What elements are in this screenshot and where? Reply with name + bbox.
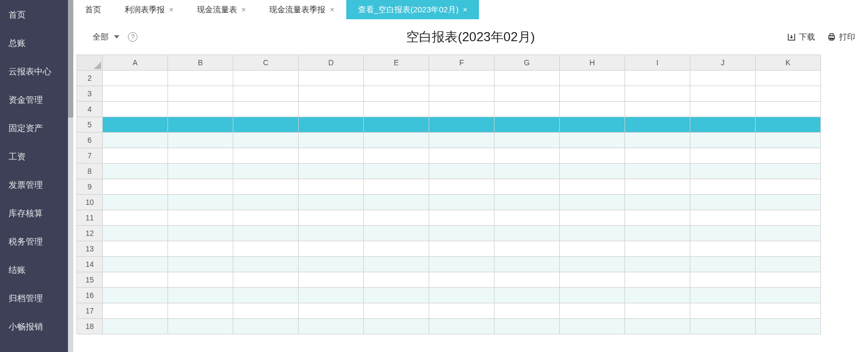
download-button[interactable]: 下载 <box>787 32 815 42</box>
cell-A5[interactable] <box>103 117 168 133</box>
cell-C14[interactable] <box>233 257 299 272</box>
column-header-B[interactable]: B <box>168 55 233 71</box>
cell-B13[interactable] <box>168 241 233 257</box>
cell-E10[interactable] <box>364 195 429 210</box>
cell-E14[interactable] <box>364 257 429 272</box>
cell-H12[interactable] <box>560 226 625 241</box>
sidebar-item-6[interactable]: 发票管理 <box>0 171 68 200</box>
sidebar-item-2[interactable]: 云报表中心 <box>0 58 68 86</box>
cell-H6[interactable] <box>560 133 625 148</box>
cell-I7[interactable] <box>625 148 690 164</box>
tab-1[interactable]: 利润表季报× <box>113 0 185 19</box>
cell-H3[interactable] <box>560 86 625 102</box>
cell-C2[interactable] <box>233 71 299 86</box>
cell-J3[interactable] <box>690 86 756 102</box>
cell-E5[interactable] <box>364 117 429 133</box>
cell-H2[interactable] <box>560 71 625 86</box>
cell-C11[interactable] <box>233 210 299 226</box>
cell-K2[interactable] <box>756 71 821 86</box>
cell-G6[interactable] <box>494 133 560 148</box>
cell-C17[interactable] <box>233 303 299 319</box>
cell-F18[interactable] <box>429 319 494 334</box>
cell-C7[interactable] <box>233 148 299 164</box>
cell-F17[interactable] <box>429 303 494 319</box>
cell-K11[interactable] <box>756 210 821 226</box>
cell-B14[interactable] <box>168 257 233 272</box>
cell-K9[interactable] <box>756 179 821 195</box>
cell-K6[interactable] <box>756 133 821 148</box>
cell-B18[interactable] <box>168 319 233 334</box>
cell-I9[interactable] <box>625 179 690 195</box>
cell-K3[interactable] <box>756 86 821 102</box>
row-header-5[interactable]: 5 <box>77 117 103 133</box>
cell-I12[interactable] <box>625 226 690 241</box>
cell-A13[interactable] <box>103 241 168 257</box>
cell-D15[interactable] <box>299 272 364 288</box>
cell-K4[interactable] <box>756 102 821 117</box>
cell-J13[interactable] <box>690 241 756 257</box>
cell-C10[interactable] <box>233 195 299 210</box>
cell-G13[interactable] <box>494 241 560 257</box>
cell-G3[interactable] <box>494 86 560 102</box>
cell-H18[interactable] <box>560 319 625 334</box>
cell-H9[interactable] <box>560 179 625 195</box>
cell-B16[interactable] <box>168 288 233 303</box>
cell-B17[interactable] <box>168 303 233 319</box>
cell-D5[interactable] <box>299 117 364 133</box>
row-header-10[interactable]: 10 <box>77 195 103 210</box>
row-header-4[interactable]: 4 <box>77 102 103 117</box>
column-header-K[interactable]: K <box>756 55 821 71</box>
cell-I8[interactable] <box>625 164 690 179</box>
close-icon[interactable]: × <box>463 5 467 14</box>
cell-K16[interactable] <box>756 288 821 303</box>
sidebar-item-3[interactable]: 资金管理 <box>0 86 68 114</box>
cell-B7[interactable] <box>168 148 233 164</box>
cell-A15[interactable] <box>103 272 168 288</box>
cell-J18[interactable] <box>690 319 756 334</box>
cell-A9[interactable] <box>103 179 168 195</box>
cell-C15[interactable] <box>233 272 299 288</box>
cell-J2[interactable] <box>690 71 756 86</box>
column-header-H[interactable]: H <box>560 55 625 71</box>
cell-G5[interactable] <box>494 117 560 133</box>
cell-E17[interactable] <box>364 303 429 319</box>
cell-E9[interactable] <box>364 179 429 195</box>
cell-B5[interactable] <box>168 117 233 133</box>
cell-A12[interactable] <box>103 226 168 241</box>
cell-B2[interactable] <box>168 71 233 86</box>
row-header-3[interactable]: 3 <box>77 86 103 102</box>
cell-E7[interactable] <box>364 148 429 164</box>
row-header-17[interactable]: 17 <box>77 303 103 319</box>
cell-A3[interactable] <box>103 86 168 102</box>
cell-B6[interactable] <box>168 133 233 148</box>
cell-J12[interactable] <box>690 226 756 241</box>
cell-G14[interactable] <box>494 257 560 272</box>
close-icon[interactable]: × <box>241 5 246 14</box>
cell-C12[interactable] <box>233 226 299 241</box>
cell-F11[interactable] <box>429 210 494 226</box>
cell-D11[interactable] <box>299 210 364 226</box>
cell-F2[interactable] <box>429 71 494 86</box>
cell-F6[interactable] <box>429 133 494 148</box>
row-header-9[interactable]: 9 <box>77 179 103 195</box>
cell-E8[interactable] <box>364 164 429 179</box>
cell-G4[interactable] <box>494 102 560 117</box>
cell-G10[interactable] <box>494 195 560 210</box>
sidebar-item-5[interactable]: 工资 <box>0 143 68 171</box>
cell-B9[interactable] <box>168 179 233 195</box>
cell-J6[interactable] <box>690 133 756 148</box>
cell-C5[interactable] <box>233 117 299 133</box>
row-header-2[interactable]: 2 <box>77 71 103 86</box>
cell-D7[interactable] <box>299 148 364 164</box>
cell-B11[interactable] <box>168 210 233 226</box>
cell-K14[interactable] <box>756 257 821 272</box>
cell-E4[interactable] <box>364 102 429 117</box>
close-icon[interactable]: × <box>169 5 173 14</box>
row-header-15[interactable]: 15 <box>77 272 103 288</box>
cell-B12[interactable] <box>168 226 233 241</box>
cell-I5[interactable] <box>625 117 690 133</box>
spreadsheet[interactable]: ABCDEFGHIJK23456789101112131415161718 <box>73 55 868 352</box>
select-all-corner[interactable] <box>77 55 103 71</box>
cell-D6[interactable] <box>299 133 364 148</box>
cell-A11[interactable] <box>103 210 168 226</box>
